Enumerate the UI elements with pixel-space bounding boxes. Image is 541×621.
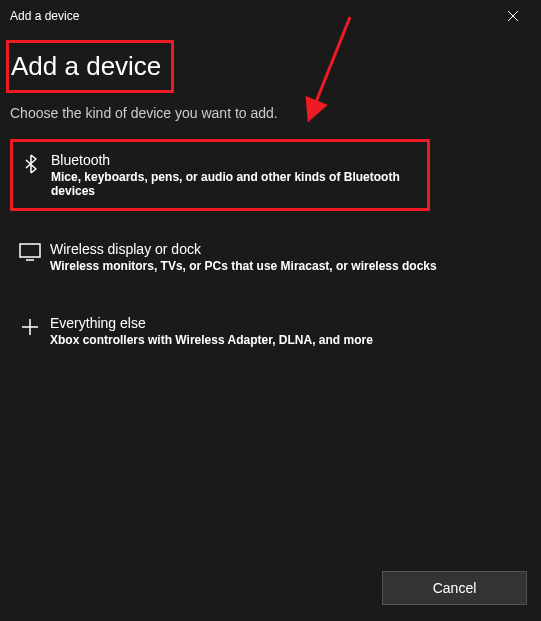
svg-rect-0 [20,244,40,257]
option-desc: Mice, keyboards, pens, or audio and othe… [51,170,421,198]
option-title: Wireless display or dock [50,241,523,257]
close-icon [507,10,519,22]
option-bluetooth[interactable]: Bluetooth Mice, keyboards, pens, or audi… [10,139,430,211]
titlebar: Add a device [0,0,541,32]
window-title: Add a device [10,9,79,23]
bluetooth-icon [19,154,43,174]
option-wireless-display[interactable]: Wireless display or dock Wireless monito… [10,229,531,285]
footer: Cancel [382,571,527,605]
content: Add a device Choose the kind of device y… [0,32,541,359]
option-title: Everything else [50,315,523,331]
page-title: Add a device [11,45,169,88]
option-text: Bluetooth Mice, keyboards, pens, or audi… [51,152,421,198]
option-everything-else[interactable]: Everything else Xbox controllers with Wi… [10,303,531,359]
title-highlight-annotation: Add a device [6,40,174,93]
option-text: Wireless display or dock Wireless monito… [50,241,523,273]
display-icon [18,243,42,261]
page-subtitle: Choose the kind of device you want to ad… [10,105,531,121]
option-text: Everything else Xbox controllers with Wi… [50,315,523,347]
option-desc: Xbox controllers with Wireless Adapter, … [50,333,523,347]
option-desc: Wireless monitors, TVs, or PCs that use … [50,259,523,273]
option-title: Bluetooth [51,152,421,168]
cancel-button[interactable]: Cancel [382,571,527,605]
plus-icon [18,317,42,337]
close-button[interactable] [493,0,533,32]
